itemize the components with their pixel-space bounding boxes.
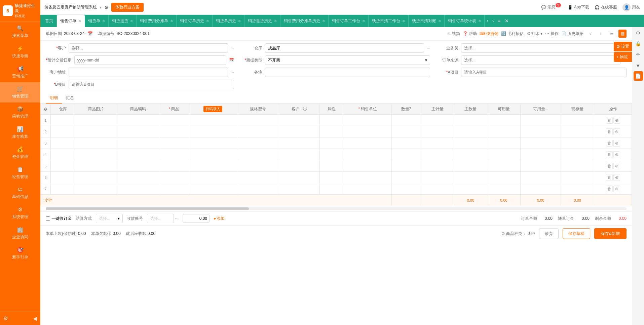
customer-address-input[interactable] <box>69 68 228 77</box>
row-5-available[interactable] <box>487 160 521 172</box>
tab-credit-reconcile-close-icon[interactable]: ✕ <box>438 19 441 23</box>
nav-prev-icon[interactable]: ‹ <box>586 30 594 38</box>
row-4-sales-unit[interactable] <box>344 149 391 160</box>
row-3-delete-icon[interactable]: 🗑 <box>606 140 613 147</box>
tab-sales-return-close-icon[interactable]: ✕ <box>130 19 133 23</box>
sidebar-item-quick-nav[interactable]: ⚡ 快捷导航 <box>0 42 40 62</box>
row-5-qty2[interactable] <box>391 160 421 172</box>
salesperson-input[interactable] <box>461 43 620 53</box>
row-5-attribute[interactable] <box>319 160 344 172</box>
right-panel-edit-icon[interactable]: ✏ <box>634 50 643 59</box>
row-1-warehouse[interactable] <box>51 115 75 126</box>
row-2-qty2[interactable] <box>391 126 421 137</box>
row-5-customer-ref[interactable] <box>279 160 320 172</box>
row-2-main-unit[interactable] <box>421 126 454 137</box>
row-7-qty2[interactable] <box>391 183 421 195</box>
row-1-copy-icon[interactable]: ⊕ <box>613 117 620 124</box>
tab-order-workbench[interactable]: 销售订单工作台 ✕ <box>329 15 369 27</box>
row-7-main-qty[interactable] <box>454 183 487 195</box>
row-7-main-unit[interactable] <box>421 183 454 195</box>
row-1-product[interactable] <box>159 115 189 126</box>
row-7-available[interactable] <box>487 183 521 195</box>
right-panel-settings-icon[interactable]: ⚙ <box>634 28 643 38</box>
sub-tab-summary[interactable]: 汇总 <box>62 93 78 104</box>
row-4-main-unit[interactable] <box>421 149 454 160</box>
col-current-stock[interactable]: 现存量 <box>561 104 594 115</box>
row-7-sales-unit[interactable] <box>344 183 391 195</box>
row-3-available[interactable] <box>487 137 521 149</box>
col-main-qty[interactable]: 主数量 <box>454 104 487 115</box>
row-2-available-detail[interactable] <box>520 126 561 137</box>
help-button[interactable]: ❓ 帮助 <box>463 31 477 37</box>
row-1-attribute[interactable] <box>319 115 344 126</box>
row-4-code[interactable] <box>117 149 159 160</box>
row-6-warehouse[interactable] <box>51 172 75 183</box>
sidebar-item-sales[interactable]: 🛒 销售管理 <box>0 82 40 103</box>
row-2-available[interactable] <box>487 126 521 137</box>
row-1-available-detail[interactable] <box>520 115 561 126</box>
settings-gear-icon[interactable]: ⚙ <box>104 5 109 10</box>
col-sales-unit[interactable]: * 销售单位 <box>344 104 391 115</box>
col-main-unit[interactable]: 主计量 <box>421 104 454 115</box>
row-3-code[interactable] <box>117 137 159 149</box>
add-button[interactable]: ● 添加 <box>214 216 225 221</box>
right-panel-doc-icon[interactable]: 📄 <box>634 71 643 81</box>
row-5-delete-icon[interactable]: 🗑 <box>606 163 613 169</box>
row-3-main-qty[interactable] <box>454 137 487 149</box>
row-4-available-detail[interactable] <box>520 149 561 160</box>
row-5-main-unit[interactable] <box>421 160 454 172</box>
warehouse-more-icon[interactable]: ··· <box>427 46 430 50</box>
delivery-date-input[interactable] <box>74 55 226 65</box>
one-click-checkbox-input[interactable] <box>46 216 50 221</box>
row-4-attribute[interactable] <box>319 149 344 160</box>
tab-return-history-close-icon[interactable]: ✕ <box>274 19 277 23</box>
row-4-current-stock[interactable] <box>561 149 594 160</box>
row-4-delete-icon[interactable]: 🗑 <box>606 151 613 158</box>
row-2-product[interactable] <box>159 126 189 137</box>
user-button[interactable]: 👤 用友 <box>622 3 640 11</box>
address-more-icon[interactable]: ··· <box>231 70 234 75</box>
col-available-detail[interactable]: 可用量... <box>520 104 561 115</box>
payment-method-select[interactable]: 选择... ▾ <box>96 214 123 223</box>
tab-more-icon[interactable]: ≡ <box>496 18 502 24</box>
col-customer-ref[interactable]: 客户...ⓘ <box>279 104 320 115</box>
row-1-spec[interactable] <box>237 115 279 126</box>
sidebar-item-newbie[interactable]: 🎯 新手引导 <box>0 243 40 263</box>
row-4-customer-ref[interactable] <box>279 149 320 160</box>
tab-order-workbench-close-icon[interactable]: ✕ <box>362 19 365 23</box>
tab-return-history[interactable]: 销货退货历史 ✕ <box>244 15 280 27</box>
row-1-code[interactable] <box>117 115 159 126</box>
row-7-code[interactable] <box>117 183 159 195</box>
row-2-main-qty[interactable] <box>454 126 487 137</box>
tab-next-icon[interactable]: › <box>490 18 496 24</box>
row-3-current-stock[interactable] <box>561 137 594 149</box>
row-7-spec[interactable] <box>237 183 279 195</box>
sidebar-item-finance[interactable]: 💰 资金管理 <box>0 143 40 163</box>
row-7-warehouse[interactable] <box>51 183 75 195</box>
row-4-spec[interactable] <box>237 149 279 160</box>
row-7-product[interactable] <box>159 183 189 195</box>
row-3-available-detail[interactable] <box>520 137 561 149</box>
row-1-main-qty[interactable] <box>454 115 487 126</box>
row-6-delete-icon[interactable]: 🗑 <box>606 174 613 181</box>
delivery-calendar-icon[interactable]: 📅 <box>229 58 234 63</box>
layout-list-icon[interactable]: ☰ <box>608 30 616 38</box>
row-4-warehouse[interactable] <box>51 149 75 160</box>
row-5-code[interactable] <box>117 160 159 172</box>
sidebar-item-basic-info[interactable]: 🗂 基础信息 <box>0 183 40 203</box>
row-6-available-detail[interactable] <box>520 172 561 183</box>
row-1-qty2[interactable] <box>391 115 421 126</box>
receipt-account-select[interactable]: 选择... <box>147 214 174 223</box>
tab-credit-reconcile[interactable]: 钱货日清对账 ✕ <box>409 15 445 27</box>
video-button[interactable]: ⊙ 视频 <box>447 31 460 37</box>
tab-close-all-icon[interactable]: ✕ <box>503 18 511 24</box>
row-6-code[interactable] <box>117 172 159 183</box>
row-4-available[interactable] <box>487 149 521 160</box>
row-4-product[interactable] <box>159 149 189 160</box>
row-6-available[interactable] <box>487 172 521 183</box>
row-6-spec[interactable] <box>237 172 279 183</box>
col-attribute[interactable]: 属性 <box>319 104 344 115</box>
a-project-input[interactable] <box>461 68 627 77</box>
row-3-customer-ref[interactable] <box>279 137 320 149</box>
col-product-image[interactable]: 商品图片 <box>75 104 117 115</box>
